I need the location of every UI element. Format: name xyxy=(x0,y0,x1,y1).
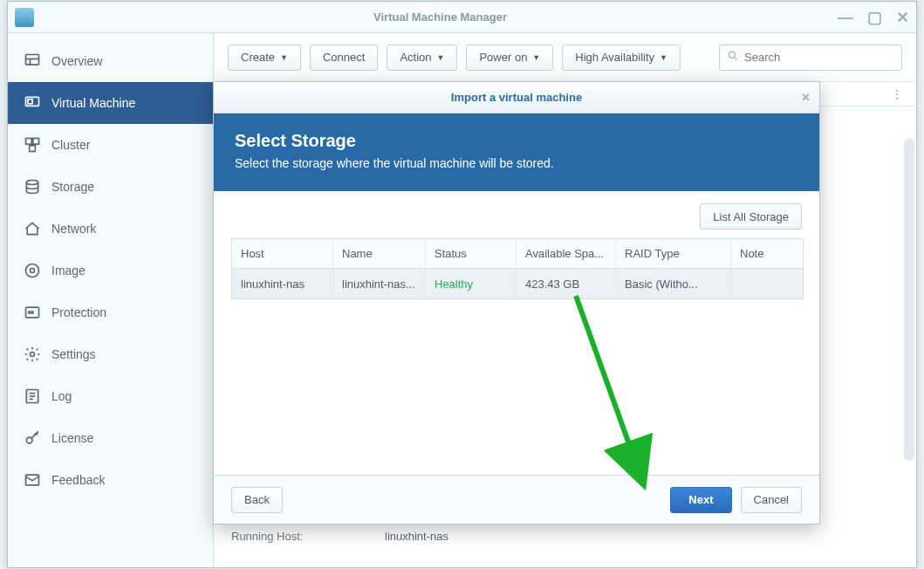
app-icon xyxy=(15,8,34,27)
modal-banner: Select Storage Select the storage where … xyxy=(214,113,819,191)
sidebar-item-label: Cluster xyxy=(51,138,90,152)
col-name[interactable]: Name xyxy=(333,239,426,268)
sidebar-item-feedback[interactable]: Feedback xyxy=(8,459,213,501)
sidebar-item-log[interactable]: Log xyxy=(8,375,213,417)
svg-point-8 xyxy=(26,181,38,185)
cell-note xyxy=(731,269,803,298)
sidebar-item-network[interactable]: Network xyxy=(8,208,213,250)
svg-rect-4 xyxy=(28,99,32,104)
caret-down-icon: ▼ xyxy=(532,53,540,62)
toolbar: Create▼ Connect Action▼ Power on▼ High A… xyxy=(214,33,916,82)
sidebar-item-protection[interactable]: Protection xyxy=(8,291,213,333)
sidebar-item-label: Network xyxy=(51,222,96,236)
power-on-button[interactable]: Power on▼ xyxy=(466,45,553,71)
sidebar: Overview Virtual Machine Cluster Storage xyxy=(8,33,214,567)
more-columns-button[interactable]: ⋮ xyxy=(885,88,902,100)
cell-raid: Basic (Witho... xyxy=(616,269,731,298)
sidebar-item-virtual-machine[interactable]: Virtual Machine xyxy=(8,82,213,124)
svg-point-14 xyxy=(31,353,35,357)
detail-row-host: Running Host: linuxhint-nas xyxy=(231,524,899,548)
next-button[interactable]: Next xyxy=(670,487,731,513)
connect-button[interactable]: Connect xyxy=(310,45,378,71)
svg-rect-6 xyxy=(33,139,39,145)
modal-titlebar: Import a virtual machine ✕ xyxy=(214,82,819,113)
log-icon xyxy=(24,387,41,405)
col-note[interactable]: Note xyxy=(731,239,803,268)
svg-point-21 xyxy=(729,51,735,58)
storage-icon xyxy=(24,178,41,195)
sidebar-item-storage[interactable]: Storage xyxy=(8,166,213,208)
sidebar-item-label: License xyxy=(51,431,93,445)
sidebar-item-label: Storage xyxy=(51,180,94,194)
sidebar-item-label: Feedback xyxy=(51,473,105,487)
sidebar-item-label: Settings xyxy=(51,347,96,361)
caret-down-icon: ▼ xyxy=(280,53,288,62)
cancel-button[interactable]: Cancel xyxy=(741,487,802,513)
back-button[interactable]: Back xyxy=(231,487,283,513)
sidebar-item-label: Log xyxy=(51,389,72,403)
create-button[interactable]: Create▼ xyxy=(228,45,301,71)
window-controls: — ▢ ✕ xyxy=(838,10,909,25)
sidebar-item-label: Image xyxy=(51,264,86,278)
modal-close-button[interactable]: ✕ xyxy=(801,91,811,104)
cell-name: linuxhint-nas... xyxy=(333,269,426,298)
sidebar-item-cluster[interactable]: Cluster xyxy=(8,124,213,166)
caret-down-icon: ▼ xyxy=(660,53,667,62)
key-icon xyxy=(24,429,41,447)
import-vm-modal: Import a virtual machine ✕ Select Storag… xyxy=(213,81,820,524)
image-icon xyxy=(24,262,41,279)
sidebar-item-label: Overview xyxy=(51,54,102,68)
minimize-button[interactable]: — xyxy=(838,10,853,25)
svg-rect-7 xyxy=(30,146,36,152)
modal-body: List All Storage Host Name Status Availa… xyxy=(214,191,819,475)
cell-status: Healthy xyxy=(426,269,517,298)
modal-subheading: Select the storage where the virtual mac… xyxy=(235,156,798,170)
gear-icon xyxy=(24,346,41,363)
shield-icon xyxy=(24,304,41,321)
title-bar: Virtual Machine Manager — ▢ ✕ xyxy=(8,2,916,33)
list-all-storage-button[interactable]: List All Storage xyxy=(700,203,802,230)
col-status[interactable]: Status xyxy=(426,239,517,268)
caret-down-icon: ▼ xyxy=(437,53,445,62)
scrollbar[interactable] xyxy=(904,138,914,461)
cell-available: 423.43 GB xyxy=(517,269,616,298)
search-input-wrap[interactable] xyxy=(719,45,902,71)
search-icon xyxy=(727,50,739,65)
svg-point-10 xyxy=(31,269,35,273)
svg-point-13 xyxy=(31,312,34,314)
svg-point-9 xyxy=(26,264,39,278)
storage-row[interactable]: linuxhint-nas linuxhint-nas... Healthy 4… xyxy=(232,269,803,298)
modal-footer: Back Next Cancel xyxy=(214,475,819,524)
cluster-icon xyxy=(24,136,41,154)
col-raid[interactable]: RAID Type xyxy=(616,239,731,268)
storage-table: Host Name Status Available Spa... RAID T… xyxy=(231,238,804,299)
modal-title-text: Import a virtual machine xyxy=(451,91,582,104)
maximize-button[interactable]: ▢ xyxy=(867,10,882,25)
search-input[interactable] xyxy=(744,51,894,64)
svg-point-12 xyxy=(28,312,31,314)
action-button[interactable]: Action▼ xyxy=(387,45,457,71)
svg-rect-5 xyxy=(26,139,32,145)
sidebar-item-overview[interactable]: Overview xyxy=(8,40,213,82)
overview-icon xyxy=(24,52,41,70)
close-button[interactable]: ✕ xyxy=(896,10,909,25)
sidebar-item-settings[interactable]: Settings xyxy=(8,333,213,375)
sidebar-item-image[interactable]: Image xyxy=(8,250,213,291)
sidebar-item-license[interactable]: License xyxy=(8,417,213,459)
network-icon xyxy=(24,220,41,237)
col-available[interactable]: Available Spa... xyxy=(517,239,616,268)
storage-table-head: Host Name Status Available Spa... RAID T… xyxy=(232,239,803,269)
col-host[interactable]: Host xyxy=(232,239,333,268)
window-title: Virtual Machine Manager xyxy=(43,10,838,24)
sidebar-item-label: Virtual Machine xyxy=(51,96,135,110)
vm-icon xyxy=(24,94,41,112)
mail-icon xyxy=(24,471,41,489)
high-availability-button[interactable]: High Availability▼ xyxy=(562,45,681,71)
modal-heading: Select Storage xyxy=(235,131,798,151)
sidebar-item-label: Protection xyxy=(51,305,106,319)
cell-host: linuxhint-nas xyxy=(232,269,333,298)
svg-line-22 xyxy=(734,57,736,59)
